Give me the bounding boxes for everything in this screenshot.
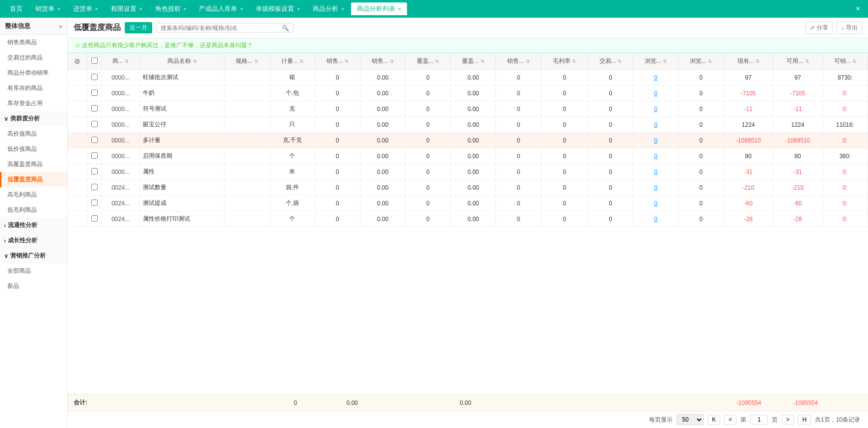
- close-all-tabs-button[interactable]: ×: [852, 4, 864, 13]
- row-checkbox[interactable]: [91, 137, 98, 143]
- row-checkbox[interactable]: [91, 200, 98, 206]
- sidebar-item-stocked-goods[interactable]: 有库存的商品: [0, 81, 67, 96]
- sidebar-collapse-button[interactable]: «: [59, 23, 62, 30]
- share-button[interactable]: ↗ 分享: [805, 22, 833, 34]
- nav-tab-role-auth[interactable]: 角色授权 ×: [149, 2, 192, 15]
- page-size-select[interactable]: 50 100 200: [677, 414, 704, 425]
- row-checkbox-cell[interactable]: [87, 211, 101, 227]
- coverage1-column-header[interactable]: 覆盖... ⇅: [406, 53, 451, 70]
- nav-tab-purchase[interactable]: 进货单 ×: [67, 2, 104, 15]
- next-page-button[interactable]: >: [782, 415, 794, 425]
- close-icon[interactable]: ×: [341, 6, 344, 12]
- sidebar-item-new-goods[interactable]: 新品: [0, 279, 67, 294]
- sidebar-section-group-analysis[interactable]: ∨ 类群度分析: [0, 111, 67, 126]
- sidebar-section-liquidity[interactable]: › 流通性分析: [0, 218, 67, 233]
- available-column-header[interactable]: 可用... ⇅: [773, 53, 823, 70]
- select-all-checkbox[interactable]: [91, 57, 98, 64]
- sidebar-section-marketing[interactable]: ∨ 营销推广分析: [0, 248, 67, 263]
- row-browse1[interactable]: 0: [633, 164, 678, 180]
- gross-margin-column-header[interactable]: 毛利率 ⇅: [541, 53, 588, 70]
- close-icon[interactable]: ×: [240, 6, 243, 12]
- row-browse1[interactable]: 0: [633, 117, 678, 133]
- sales3-column-header[interactable]: 销售... ⇅: [496, 53, 541, 70]
- sidebar-section-growth[interactable]: › 成长性分析: [0, 233, 67, 248]
- prev-page-button[interactable]: <: [724, 415, 736, 425]
- browse2-column-header[interactable]: 浏览... ⇅: [678, 53, 724, 70]
- chevron-right-icon: ›: [4, 222, 6, 229]
- row-checkbox[interactable]: [91, 89, 98, 96]
- row-checkbox-cell[interactable]: [87, 196, 101, 211]
- last-page-button[interactable]: H: [798, 415, 811, 425]
- search-input[interactable]: [161, 25, 282, 31]
- row-checkbox[interactable]: [91, 121, 98, 127]
- row-checkbox[interactable]: [91, 105, 98, 112]
- row-browse1[interactable]: 0: [633, 148, 678, 164]
- sidebar-item-inventory-capital[interactable]: 库存资金占用: [0, 96, 67, 111]
- sidebar-item-traded-goods[interactable]: 交易过的商品: [0, 50, 67, 65]
- table-container[interactable]: ⚙ 商... ⇅ 商品名称 ⇅ 规格... ⇅ 计量... ⇅ 销售... ⇅ …: [68, 53, 868, 394]
- sidebar-item-high-coverage[interactable]: 高覆盖度商品: [0, 157, 67, 172]
- nav-tab-product-stock[interactable]: 产成品入库单 ×: [193, 2, 249, 15]
- row-browse1[interactable]: 0: [633, 211, 678, 227]
- close-icon[interactable]: ×: [297, 6, 300, 12]
- unit-column-header[interactable]: 计量... ⇅: [270, 53, 315, 70]
- row-browse1[interactable]: 0: [633, 196, 678, 211]
- row-checkbox[interactable]: [91, 215, 98, 222]
- nav-tab-analysis-list[interactable]: 商品分析列表 ×: [351, 2, 407, 15]
- row-browse1[interactable]: 0: [633, 101, 678, 117]
- nav-tab-home[interactable]: 首页: [4, 2, 28, 15]
- sidebar-item-all-goods[interactable]: 全部商品: [0, 263, 67, 279]
- saleable-column-header[interactable]: 可销... ⇅: [822, 53, 868, 70]
- browse1-column-header[interactable]: 浏览... ⇅: [633, 53, 678, 70]
- sidebar-item-low-margin[interactable]: 低毛利商品: [0, 202, 67, 218]
- name-column-header[interactable]: 商品名称 ⇅: [140, 53, 224, 70]
- row-checkbox-cell[interactable]: [87, 86, 101, 101]
- row-checkbox-cell[interactable]: [87, 117, 101, 133]
- coverage2-column-header[interactable]: 覆盖... ⇅: [451, 53, 496, 70]
- close-icon[interactable]: ×: [184, 6, 187, 12]
- sidebar-item-sales-goods[interactable]: 销售类商品: [0, 35, 67, 50]
- sidebar-item-category-rate[interactable]: 商品分类动销率: [0, 65, 67, 81]
- current-stock-column-header[interactable]: 现有... ⇅: [724, 53, 773, 70]
- row-browse1[interactable]: 0: [633, 133, 678, 148]
- first-page-button[interactable]: K: [707, 415, 720, 425]
- nav-tab-sales[interactable]: 销货单 ×: [29, 2, 66, 15]
- sales-qty-column-header[interactable]: 销售... ⇅: [315, 53, 360, 70]
- code-column-header[interactable]: 商... ⇅: [101, 53, 140, 70]
- row-checkbox[interactable]: [91, 168, 98, 174]
- checkbox-column-header[interactable]: [87, 53, 101, 70]
- row-checkbox[interactable]: [91, 74, 98, 80]
- row-checkbox-cell[interactable]: [87, 180, 101, 196]
- close-icon[interactable]: ×: [95, 6, 98, 12]
- row-checkbox-cell[interactable]: [87, 101, 101, 117]
- nav-tab-template[interactable]: 单据模板设置 ×: [250, 2, 306, 15]
- date-filter-button[interactable]: 近一月: [125, 22, 152, 33]
- close-icon[interactable]: ×: [57, 6, 60, 12]
- page-number-input[interactable]: [750, 415, 768, 425]
- sidebar-item-high-value[interactable]: 高价值商品: [0, 126, 67, 142]
- sidebar-item-high-margin[interactable]: 高毛利商品: [0, 187, 67, 202]
- row-browse1[interactable]: 0: [633, 70, 678, 86]
- sales-amt-column-header[interactable]: 销售... ⇅: [360, 53, 405, 70]
- row-checkbox-cell[interactable]: [87, 70, 101, 86]
- nav-tab-permissions[interactable]: 权限设置 ×: [105, 2, 148, 15]
- table-row: 0024... 测试数量 袋,件 0 0.00 0 0.00 0 0 0 0 0…: [68, 180, 868, 196]
- sidebar-item-low-value[interactable]: 低价值商品: [0, 142, 67, 157]
- close-icon[interactable]: ×: [398, 6, 401, 12]
- row-checkbox-cell[interactable]: [87, 133, 101, 148]
- export-button[interactable]: ↓ 导出: [837, 22, 862, 34]
- row-browse1[interactable]: 0: [633, 86, 678, 101]
- transaction-column-header[interactable]: 交易... ⇅: [588, 53, 633, 70]
- row-checkbox[interactable]: [91, 184, 98, 190]
- row-browse1[interactable]: 0: [633, 180, 678, 196]
- spec-column-header[interactable]: 规格... ⇅: [224, 53, 270, 70]
- row-sales-qty: 0: [315, 133, 360, 148]
- close-icon[interactable]: ×: [139, 6, 142, 12]
- row-trans: 0: [588, 117, 633, 133]
- row-checkbox-cell[interactable]: [87, 148, 101, 164]
- sidebar-item-low-coverage[interactable]: 低覆盖度商品: [0, 172, 67, 187]
- row-checkbox-cell[interactable]: [87, 164, 101, 180]
- settings-column-header[interactable]: ⚙: [68, 53, 87, 70]
- nav-tab-analysis[interactable]: 商品分析 ×: [307, 2, 350, 15]
- row-checkbox[interactable]: [91, 152, 98, 159]
